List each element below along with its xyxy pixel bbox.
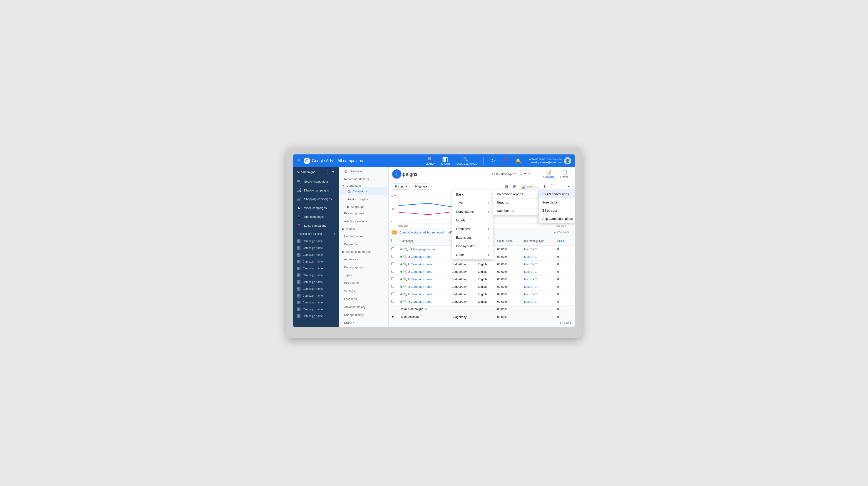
sidebar-campaign-12[interactable]: 🔍 Campaign name (293, 313, 339, 320)
sidebar-campaign-9[interactable]: 🔍 Campaign name (293, 292, 339, 299)
sidebar-item-local-campaigns[interactable]: 📍 Local campaigns (293, 221, 339, 230)
select-all-checkbox[interactable] (391, 239, 394, 242)
menu-item-extensions[interactable]: Extensions › (453, 233, 493, 242)
menu-item-reports[interactable]: Reports (493, 199, 543, 207)
menu-item-locations[interactable]: Locations › (453, 224, 493, 233)
nav-item-ads-extensions[interactable]: Ads & extensions (339, 217, 389, 225)
videos-group-header[interactable]: ▶ Videos (339, 225, 389, 232)
sidebar-campaign-7[interactable]: 🔍 Campaign name (293, 279, 339, 285)
sidebar-campaign-11[interactable]: 🔍 Campaign name (293, 306, 339, 313)
nav-item-settings[interactable]: Settings (339, 287, 389, 295)
sidebar-item-app-campaigns[interactable]: 📱 App campaigns (293, 212, 339, 221)
menu-level3[interactable]: SKAN conversions Free clicks Billed cost (538, 190, 575, 223)
columns-icon[interactable]: ⊞ (512, 183, 518, 190)
sort-icon[interactable]: ↕ (334, 232, 335, 236)
campaign-link[interactable]: Campaign name (411, 270, 432, 273)
sidebar-item-display-campaigns[interactable]: 🖼 Display campaigns (293, 186, 339, 194)
chevron-right-icon[interactable]: › (535, 172, 536, 176)
more-icon[interactable]: ⋮ (558, 183, 565, 190)
avatar[interactable]: 👤 (564, 157, 571, 164)
nav-item-locations[interactable]: Locations (339, 295, 389, 303)
menu-item-skan[interactable]: SKAN conversions (539, 190, 575, 198)
sidebar-campaign-8[interactable]: 🔍 Campaign name (293, 285, 339, 292)
menu-item-conversions[interactable]: Conversions › (453, 207, 493, 216)
help-icon[interactable]: ❓ (502, 158, 508, 163)
row-checkbox[interactable] (391, 285, 394, 288)
columns-button[interactable]: ⊟ COLUMNS (552, 230, 571, 235)
max-cpc-link[interactable]: Max CPC (524, 255, 537, 259)
expand-icon-total[interactable]: ▼ (391, 315, 394, 318)
menu-item-app-campaigns-placement[interactable]: App campaigns placement (539, 215, 575, 223)
campaign-link[interactable]: Campaign name (411, 300, 432, 303)
menu-item-basic[interactable]: Basic › (453, 190, 493, 199)
chevron-down-icon[interactable]: ▾ (566, 183, 571, 190)
nav-item-placements[interactable]: Placements (339, 279, 389, 287)
sidebar-campaign-5[interactable]: 🔍 Campaign name (293, 265, 339, 272)
menu-item-other[interactable]: Other › (453, 250, 493, 259)
menu-item-labels[interactable]: Labels › (453, 216, 493, 224)
header-campaign[interactable]: Campaign (398, 237, 449, 245)
ad-groups-group-header[interactable]: ▶ Ad groups (340, 203, 389, 209)
sidebar-campaign-3[interactable]: 🔍 Campaign name (293, 251, 339, 258)
dynamic-ad-targets-header[interactable]: ▶ Dynamic ad targets (339, 248, 389, 255)
hamburger-menu[interactable]: ☰ (297, 158, 301, 163)
max-cpc-link[interactable]: Max CPC (524, 247, 537, 251)
menu-item-display-video[interactable]: Display/Video › (453, 242, 493, 250)
campaign-link[interactable]: Campaign name (411, 255, 432, 259)
filter-funnel-icon[interactable]: 🔽 (392, 230, 397, 235)
campaign-link[interactable]: Campaign name (411, 293, 432, 296)
nav-item-audiences[interactable]: Audiences (339, 255, 389, 263)
max-cpc-link[interactable]: Max CPC (524, 277, 537, 281)
sidebar-campaign-10[interactable]: 🔍 Campaign name (293, 299, 339, 306)
sidebar-item-search-campaigns[interactable]: 🔍 Search campaigns (293, 177, 339, 186)
sidebar-item-shopping-campaigns[interactable]: 🛒 Shopping campaigns (293, 194, 339, 204)
add-note-button[interactable]: 📝 ADD NOTE (541, 169, 557, 179)
filter-chip[interactable]: Campaign status: All but removed (400, 231, 443, 234)
sidebar-campaign-6[interactable]: 🔍 Campaign name (293, 272, 339, 279)
bar-chart-icon[interactable]: ▦ (503, 183, 510, 190)
chevron-left-icon[interactable]: ‹ (533, 172, 533, 176)
header-checkbox[interactable] (389, 237, 398, 245)
search-nav-btn[interactable]: 🔍 SEARCH (426, 157, 435, 165)
expand-button[interactable]: ⛶ EXPAND (558, 169, 571, 179)
max-cpc-link[interactable]: Max CPC (524, 263, 537, 266)
row-checkbox[interactable] (391, 247, 394, 250)
row-checkbox[interactable] (391, 255, 394, 258)
nav-item-auction-insights[interactable]: Auction insights (340, 195, 389, 203)
row-checkbox[interactable] (391, 277, 394, 280)
sidebar-campaign-1[interactable]: 🔍 Campaign name (293, 238, 339, 245)
nav-item-product-groups[interactable]: Product groups (339, 209, 389, 217)
nav-item-overview[interactable]: 🏠 Overview (339, 167, 389, 175)
row-checkbox-cell[interactable] (389, 245, 398, 253)
header-clicks[interactable]: Clicks ↑ (555, 237, 575, 245)
nav-item-topics[interactable]: Topics (339, 271, 389, 279)
campaign-link[interactable]: Campaign name (411, 277, 432, 281)
row-checkbox[interactable] (391, 270, 394, 273)
impr-selector[interactable]: Impr. ▾ (392, 183, 409, 190)
notification-icon[interactable]: 🔔 (515, 158, 521, 163)
max-cpc-link[interactable]: Max CPC (524, 270, 537, 273)
sidebar-item-video-campaigns[interactable]: ▶ Video campaigns (293, 204, 339, 212)
max-cpc-link[interactable]: Max CPC (524, 300, 537, 303)
row-checkbox[interactable] (391, 292, 394, 295)
nav-item-demographics[interactable]: Demographics (339, 263, 389, 271)
nav-item-advance-bid[interactable]: Advance bid adj. (339, 303, 389, 311)
menu-level1[interactable]: Basic › Time › Conversions › (452, 190, 493, 260)
menu-level2[interactable]: Predefined reports › Reports Dashboards (493, 190, 543, 215)
menu-item-free-clicks[interactable]: Free clicks (539, 198, 575, 207)
header-bid-strategy[interactable]: Bid strategy type (521, 237, 555, 245)
max-cpc-link[interactable]: Max CPC (524, 293, 537, 296)
sidebar-campaign-2[interactable]: 🔍 Campaign name (293, 245, 339, 251)
row-checkbox[interactable] (391, 300, 394, 303)
sidebar-expand-icon[interactable]: ▼ (331, 170, 335, 174)
nav-item-change-history[interactable]: Change history (339, 311, 389, 319)
campaign-link[interactable]: Campaign name (411, 263, 432, 266)
campaigns-group-header[interactable]: ▼ Campaigns (340, 183, 389, 187)
campaign-link[interactable]: Campaign name (411, 285, 432, 288)
reports-btn[interactable]: 📊 REPORTS (520, 183, 539, 190)
nav-item-drafts[interactable]: Drafts & (339, 319, 389, 327)
row-checkbox[interactable] (391, 262, 394, 265)
download-icon[interactable]: ⬇ (541, 183, 547, 190)
header-optim-score[interactable]: Optim. score (494, 237, 521, 245)
menu-item-billed-cost[interactable]: Billed cost (539, 207, 575, 215)
